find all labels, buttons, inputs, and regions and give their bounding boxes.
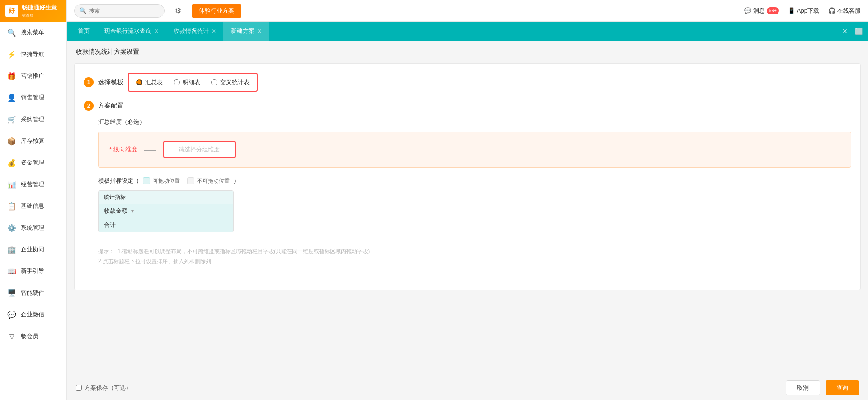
- step1-section: 1 选择模板 汇总表 明细表 交叉统计表: [84, 73, 851, 92]
- topbar-right: 💬 消息 99+ 📱 App下载 🎧 在线客服: [744, 7, 861, 15]
- money-icon: 💰: [7, 159, 16, 167]
- dimension-row: 纵向维度 —— 请选择分组维度: [109, 141, 840, 158]
- legend-draggable: 可拖动位置: [143, 177, 180, 185]
- sidebar: 好 畅捷通好生意 标准版 🔍 搜索菜单 ⚡ 快捷导航 🎁 营销推广 👤 销售管理…: [0, 0, 67, 400]
- sidebar-item-inventory[interactable]: 📦 库存核算: [0, 130, 66, 152]
- radio-summary[interactable]: 汇总表: [136, 78, 163, 86]
- sidebar-item-system[interactable]: ⚙️ 系统管理: [0, 217, 66, 239]
- metrics-chevron-0[interactable]: ▾: [131, 208, 134, 214]
- sidebar-item-guide[interactable]: 📖 新手引导: [0, 260, 66, 282]
- sidebar-item-finance[interactable]: 💰 资金管理: [0, 152, 66, 174]
- search-input[interactable]: [89, 8, 152, 14]
- gift-icon: 🎁: [7, 72, 16, 80]
- industry-btn[interactable]: 体验行业方案: [192, 4, 241, 18]
- support-btn[interactable]: 🎧 在线客服: [828, 7, 861, 15]
- content-area: 收款情况统计方案设置 1 选择模板 汇总表 明细表: [67, 41, 868, 375]
- sidebar-item-operation[interactable]: 📊 经营管理: [0, 174, 66, 195]
- sidebar-item-label: 资金管理: [21, 159, 44, 167]
- window-maximize-icon[interactable]: ⬜: [853, 26, 864, 37]
- cancel-button[interactable]: 取消: [786, 380, 820, 395]
- radio-cross[interactable]: 交叉统计表: [211, 78, 250, 86]
- topbar: 🔍 ⚙ 体验行业方案 💬 消息 99+ 📱 App下载 🎧 在线客服: [67, 0, 868, 22]
- logo-text: 畅捷通好生意: [22, 4, 57, 12]
- legend-draggable-label: 可拖动位置: [153, 177, 180, 185]
- tab-new-plan-label: 新建方案: [231, 27, 255, 35]
- step1-title: 选择模板: [98, 78, 123, 86]
- tab-receipt-stats[interactable]: 收款情况统计 ✕: [166, 22, 224, 41]
- dimension-label: 纵向维度: [109, 146, 137, 154]
- metrics-setting: 模板指标设定（ 可拖动位置 不可拖动位置: [98, 177, 851, 234]
- settings-gear-icon[interactable]: ⚙: [172, 5, 184, 17]
- sidebar-item-search[interactable]: 🔍 搜索菜单: [0, 22, 66, 43]
- sidebar-item-marketing[interactable]: 🎁 营销推广: [0, 65, 66, 87]
- metrics-legend: 可拖动位置 不可拖动位置: [143, 177, 230, 185]
- main-area: 🔍 ⚙ 体验行业方案 💬 消息 99+ 📱 App下载 🎧 在线客服 首页: [67, 0, 868, 400]
- sidebar-item-quicknav[interactable]: ⚡ 快捷导航: [0, 43, 66, 65]
- monitor-icon: 🖥️: [7, 289, 16, 297]
- messages-btn[interactable]: 💬 消息 99+: [744, 7, 779, 15]
- cart-icon: 🛒: [7, 115, 16, 124]
- sidebar-logo: 好 畅捷通好生意 标准版: [0, 0, 66, 22]
- footer-save-option: 方案保存（可选）: [76, 384, 132, 392]
- tab-bank-flow[interactable]: 现金银行流水查询 ✕: [97, 22, 166, 41]
- page-title: 收款情况统计方案设置: [74, 48, 861, 56]
- tab-bank-flow-close[interactable]: ✕: [154, 28, 159, 34]
- tab-new-plan[interactable]: 新建方案 ✕: [224, 22, 269, 41]
- download-icon: 📱: [788, 7, 795, 14]
- metrics-title-close-paren: ）: [233, 177, 239, 185]
- sidebar-item-label: 快捷导航: [21, 50, 44, 58]
- sidebar-item-label: 经营管理: [21, 180, 44, 188]
- chart-icon: 📊: [7, 180, 16, 189]
- sidebar-item-label: 库存核算: [21, 137, 44, 145]
- tab-receipt-stats-close[interactable]: ✕: [212, 28, 216, 34]
- window-close-icon[interactable]: ✕: [840, 26, 849, 37]
- save-checkbox[interactable]: [76, 385, 82, 391]
- sidebar-item-wechat[interactable]: 💬 企业微信: [0, 304, 66, 325]
- download-label: App下载: [797, 7, 819, 15]
- step2-badge: 2: [84, 101, 94, 111]
- tab-home[interactable]: 首页: [71, 22, 97, 41]
- dimension-select-box[interactable]: 请选择分组维度: [163, 141, 236, 158]
- metrics-header: 模板指标设定（ 可拖动位置 不可拖动位置: [98, 177, 851, 185]
- template-select-area: 汇总表 明细表 交叉统计表: [128, 73, 258, 92]
- metrics-table-header: 统计指标: [99, 191, 233, 204]
- tip-text-1: 2.点击标题栏下拉可设置排序、插入列和删除列: [98, 258, 211, 264]
- tab-bank-flow-label: 现金银行流水查询: [104, 27, 151, 35]
- search-bar[interactable]: 🔍: [74, 4, 165, 18]
- tab-new-plan-close[interactable]: ✕: [257, 28, 262, 34]
- tab-home-label: 首页: [78, 27, 90, 35]
- step2-header: 2 方案配置: [84, 101, 851, 111]
- book-icon: 📖: [7, 267, 16, 276]
- metrics-table: 统计指标 收款金额 ▾ 合计: [98, 190, 234, 232]
- dimension-section-title: 汇总维度（必选）: [98, 118, 851, 126]
- legend-non-draggable: 不可拖动位置: [187, 177, 230, 185]
- save-label: 方案保存（可选）: [85, 384, 132, 392]
- sidebar-item-basic-info[interactable]: 📋 基础信息: [0, 195, 66, 217]
- support-label: 在线客服: [837, 7, 861, 15]
- search-icon: 🔍: [7, 28, 16, 37]
- radio-summary-input[interactable]: [136, 79, 142, 85]
- metrics-row-1: 合计: [99, 218, 233, 232]
- crown-icon: ▽: [7, 333, 16, 340]
- sidebar-item-smart-hw[interactable]: 🖥️ 智能硬件: [0, 282, 66, 304]
- flash-icon: ⚡: [7, 50, 16, 59]
- sidebar-item-enterprise[interactable]: 🏢 企业协同: [0, 239, 66, 260]
- sidebar-item-label: 基础信息: [21, 202, 44, 210]
- sidebar-item-sales[interactable]: 👤 销售管理: [0, 87, 66, 108]
- support-icon: 🎧: [828, 7, 835, 14]
- sidebar-item-purchase[interactable]: 🛒 采购管理: [0, 108, 66, 130]
- footer-bar: 方案保存（可选） 取消 查询: [67, 375, 868, 400]
- sidebar-item-label: 销售管理: [21, 94, 44, 102]
- radio-detail[interactable]: 明细表: [174, 78, 200, 86]
- radio-cross-input[interactable]: [211, 79, 217, 85]
- legend-nondraggable-label: 不可拖动位置: [197, 177, 230, 185]
- download-btn[interactable]: 📱 App下载: [788, 7, 819, 15]
- gear-icon: ⚙️: [7, 224, 16, 232]
- sidebar-item-label: 营销推广: [21, 72, 44, 80]
- dimension-area: 纵向维度 —— 请选择分组维度: [98, 132, 851, 168]
- sidebar-item-member[interactable]: ▽ 畅会员: [0, 325, 66, 347]
- messages-badge: 99+: [767, 7, 779, 14]
- query-button[interactable]: 查询: [826, 380, 859, 395]
- tip-text-0: 1.拖动标题栏可以调整布局，不可跨维度或指标区域拖动栏目字段(只能在同一维度或指…: [118, 248, 370, 254]
- radio-detail-input[interactable]: [174, 79, 180, 85]
